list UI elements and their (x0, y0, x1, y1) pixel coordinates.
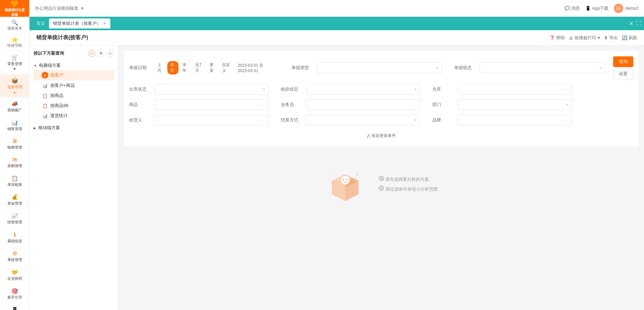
sidebar-item-system[interactable]: ⚙ 系统管理 (0, 247, 29, 266)
left-panel-title: 按以下方案查询 (34, 50, 64, 56)
sidebar-item-marketing[interactable]: 📣 营销推广 (0, 97, 29, 116)
goods-select[interactable]: ··· (155, 99, 269, 110)
goods-dots-icon: ··· (259, 102, 265, 107)
scheme-item-by-customer-goods[interactable]: 📊 按客户+商品 (34, 81, 114, 91)
help-btn[interactable]: ❓ 帮助 (549, 35, 565, 41)
query-button[interactable]: 查询 (613, 56, 633, 67)
out-status-select[interactable]: ▾ (155, 84, 269, 95)
user-profile-btn[interactable]: Ea demo2 (614, 4, 639, 13)
print-dropdown-icon[interactable]: ▾ (598, 35, 600, 40)
sidebar-item-operation[interactable]: 📈 经营管理 (0, 209, 29, 228)
svg-text:✦: ✦ (356, 173, 359, 176)
desktop-scheme-header[interactable]: ▼ 电脑端方案 (34, 61, 114, 70)
bill-type-select[interactable]: ▾ (317, 62, 442, 73)
export-btn[interactable]: ⬇ 导出 (604, 35, 618, 41)
bar-icon: 📊 (42, 113, 48, 118)
left-panel-header: 按以下方案查询 + ⚙ « (34, 50, 114, 57)
date-tab-this-year[interactable]: 本年 (180, 61, 191, 74)
tab-bar-right-actions: ✕ ⛶ (629, 20, 641, 27)
tab-close-icon[interactable]: ✕ (103, 21, 106, 26)
refresh-btn[interactable]: 🔄 刷新 (622, 35, 637, 41)
sidebar-item-sales[interactable]: 📊 销售管理 (0, 116, 29, 135)
add-scheme-icon: + (90, 51, 93, 56)
export-icon: ⬇ (604, 35, 608, 40)
table-icon-1: 📋 (42, 93, 48, 98)
date-tab-last-month[interactable]: 上月 (155, 61, 166, 74)
sidebar-item-search[interactable]: 🔍 搜索菜单 (0, 17, 29, 34)
receiver-select[interactable]: ··· (155, 115, 269, 125)
active-scheme-dot: ● (42, 72, 48, 79)
warehouse-select[interactable]: ··· (458, 84, 572, 95)
tip-num-1: ① (379, 176, 384, 181)
enterprise-icon: 🤝 (11, 269, 18, 275)
brand-label: 品牌 (432, 117, 452, 123)
avatar: Ea (614, 4, 623, 13)
mobile-scheme-header[interactable]: ▶ 移动端方案 (34, 123, 114, 132)
add-scheme-btn[interactable]: + (88, 50, 95, 57)
basic-icon: ℹ (14, 231, 16, 238)
date-tab-more[interactable]: 更多 (207, 61, 218, 74)
sidebar-item-retail[interactable]: 🛒 零售管理 ▼ (0, 51, 29, 74)
scheme-item-by-goods-99[interactable]: 📋 按商品99 (34, 101, 114, 111)
date-filter-field: 上月 本月 本年 近7天 更多 自定义 2023-03-01 至 2023-03… (155, 61, 273, 74)
tab-sales-stats[interactable]: 销货单统计表（按客户） ✕ (49, 18, 110, 29)
print-btn[interactable]: 🖨 按模板打印 ▾ (569, 35, 600, 41)
collect-status-select[interactable]: ▾ (306, 84, 420, 95)
tab-home[interactable]: 首页 (32, 18, 49, 29)
retail-icon: 🛒 (11, 54, 18, 61)
sidebar-item-quick-nav[interactable]: ⭐ 快捷导航 (0, 34, 29, 51)
payment-select[interactable]: ▾ (306, 115, 420, 125)
ecommerce-icon: 🖥 (12, 138, 17, 144)
svg-point-8 (346, 179, 347, 180)
filter-row-4: 收货人 ··· 结算方式 ▾ 品牌 (129, 115, 633, 125)
sidebar-item-app-center[interactable]: 📱 应用中心 (0, 303, 29, 310)
logo-subtext: 标版 (11, 12, 18, 17)
app-logo[interactable]: 🧡 畅捷通好生意 标版 (0, 0, 29, 17)
goods-label: 商品 (129, 102, 149, 108)
mobile-scheme-section: ▶ 移动端方案 (34, 123, 114, 132)
filter-row-2: 出库状态 ▾ 收款状态 ▾ 仓库 (129, 84, 633, 95)
newbie-icon: 🎯 (11, 288, 18, 294)
scheme-item-by-goods[interactable]: 📋 按商品 (34, 91, 114, 101)
wholesale-expand-icon: ▲ (13, 90, 16, 94)
sidebar-item-wholesale[interactable]: 📦 批发管理 ▲ (0, 74, 29, 97)
filter-row-3: 商品 ··· 业务员 ··· 部门 (129, 99, 633, 110)
left-panel-actions: + ⚙ « (88, 50, 114, 57)
sidebar-item-purchase[interactable]: 🛍 采购管理 (0, 153, 29, 172)
date-tab-this-month[interactable]: 本月 (167, 61, 179, 74)
staff-select[interactable]: ··· (306, 99, 420, 110)
message-btn[interactable]: 💬 消息 (565, 5, 580, 11)
operation-icon: 📈 (11, 213, 18, 219)
sidebar-item-basic[interactable]: ℹ 基础信息 (0, 228, 29, 247)
brand-select[interactable]: ··· (458, 115, 572, 125)
scheme-item-refund-stats[interactable]: 📊 退货统计 (34, 111, 114, 121)
date-tab-custom[interactable]: 自定义 (219, 61, 233, 74)
sales-icon: 📊 (11, 119, 18, 126)
date-label: 单据日期 (129, 65, 149, 71)
subtitle-area[interactable]: 办公用品行业模拟账套 ▾ (35, 5, 84, 11)
sidebar-item-ecommerce[interactable]: 🖥 电商管理 (0, 135, 29, 153)
date-tab-7days[interactable]: 近7天 (193, 61, 206, 74)
collapse-bar[interactable]: ⋀ 收起更多条件 (129, 130, 633, 141)
collapse-panel-btn[interactable]: « (107, 50, 114, 57)
settings-scheme-btn[interactable]: ⚙ (97, 50, 105, 57)
sidebar-item-inventory[interactable]: 📋 库存核算 (0, 172, 29, 191)
app-download-btn[interactable]: 📱 App下载 (585, 5, 608, 11)
settings-button[interactable]: 设置 (613, 68, 633, 79)
tab-minimize-icon[interactable]: ✕ (629, 20, 633, 27)
tab-maximize-icon[interactable]: ⛶ (636, 20, 641, 27)
dept-select[interactable]: ▾ (458, 99, 572, 110)
out-status-dropdown-icon: ▾ (263, 87, 265, 92)
sidebar-item-enterprise[interactable]: 🤝 企业协同 (0, 266, 29, 285)
download-icon: 📱 (585, 6, 591, 11)
bill-status-select[interactable]: ▾ (480, 62, 605, 73)
payment-dropdown-icon: ▾ (415, 118, 417, 122)
sidebar-item-newbie[interactable]: 🎯 新手引导 (0, 285, 29, 303)
filter-row-1: 单据日期 上月 本月 本年 近7天 更多 自定义 2023-03-01 至 20… (129, 56, 633, 79)
main-area: 办公用品行业模拟账套 ▾ 💬 消息 📱 App下载 Ea demo2 (30, 0, 644, 310)
filter-section: 单据日期 上月 本月 本年 近7天 更多 自定义 2023-03-01 至 20… (124, 51, 639, 147)
scheme-item-by-customer[interactable]: ● 按客户 (34, 70, 114, 81)
staff-label: 业务员 (281, 102, 301, 108)
sidebar-item-finance[interactable]: 💰 资金管理 (0, 191, 29, 209)
subtitle-dropdown-icon[interactable]: ▾ (81, 6, 84, 11)
